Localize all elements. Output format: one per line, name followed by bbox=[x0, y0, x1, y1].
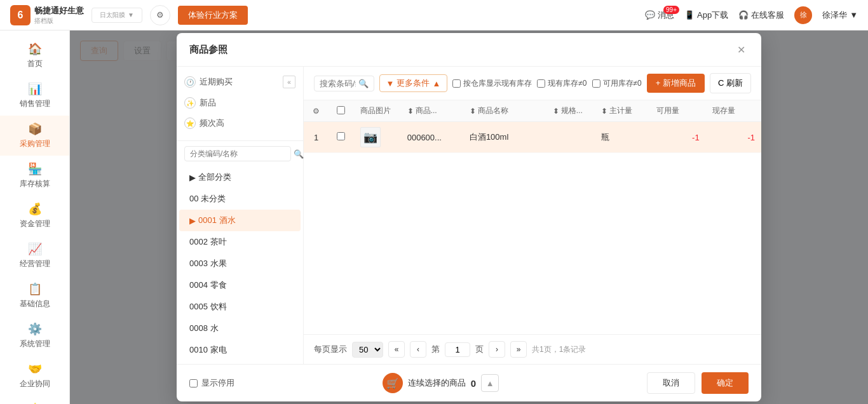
checkbox-nonzero-stock[interactable]: 现有库存≠0 bbox=[537, 78, 587, 89]
headset-icon: 🎧 bbox=[738, 10, 749, 20]
goods-search-box: 🔍 bbox=[314, 76, 374, 91]
inventory-icon: 🏪 bbox=[28, 162, 42, 176]
last-page-button[interactable]: » bbox=[510, 341, 527, 358]
cell-code: 000600... bbox=[401, 122, 463, 153]
filter-button[interactable]: ▼ 更多条件 ▲ bbox=[379, 74, 448, 92]
cell-checkbox[interactable] bbox=[329, 122, 353, 153]
modal-footer: 显示停用 🛒 连续选择的商品 0 ▲ 取消 确定 bbox=[177, 364, 761, 401]
cat-item-snack[interactable]: 0004 零食 bbox=[179, 274, 301, 296]
confirm-button[interactable]: 确定 bbox=[702, 372, 749, 394]
show-disabled-checkbox[interactable]: 显示停用 bbox=[189, 377, 234, 389]
cat-item-fruit[interactable]: 0003 水果 bbox=[179, 253, 301, 274]
left-panel: 🕐 近期购买 « ✨ 新品 ⭐ 频次高 bbox=[177, 67, 304, 364]
sidebar: 🏠 首页 📊 销售管理 📦 采购管理 🏪 库存核算 💰 资金管理 📈 经营管理 … bbox=[0, 30, 70, 404]
sales-icon: 📊 bbox=[28, 82, 42, 96]
goods-table: ⚙ 商品图片 ⬍ 商品... bbox=[304, 100, 761, 153]
quick-nav: 🕐 近期购买 « ✨ 新品 ⭐ 频次高 bbox=[177, 72, 303, 133]
cat-item-appliance[interactable]: 0010 家电 bbox=[179, 339, 301, 359]
enterprise-icon: 🤝 bbox=[28, 362, 42, 376]
th-stock[interactable]: 现存量 bbox=[706, 100, 761, 122]
sidebar-item-business[interactable]: 📈 经营管理 bbox=[0, 236, 69, 276]
right-panel: 🔍 ▼ 更多条件 ▲ 按仓库显示现有库存 bbox=[304, 67, 761, 364]
basic-icon: 📋 bbox=[28, 282, 42, 296]
cat-item-uncategorized[interactable]: 00 未分类 bbox=[179, 188, 301, 210]
cat-item-all[interactable]: ▶ 全部分类 bbox=[179, 166, 301, 188]
cat-item-drink[interactable]: 0005 饮料 bbox=[179, 296, 301, 318]
app-icon: 📱 bbox=[684, 10, 695, 20]
content-area: 查询 设置 刷新 商品参照 ✕ 🕐 bbox=[70, 30, 868, 404]
sidebar-item-guide[interactable]: 🌟 新手引导 bbox=[0, 396, 69, 404]
sidebar-item-inventory[interactable]: 🏪 库存核算 bbox=[0, 156, 69, 196]
refresh-button[interactable]: C 刷新 bbox=[710, 73, 751, 93]
th-checkbox[interactable] bbox=[329, 100, 353, 122]
add-goods-button[interactable]: + 新增商品 bbox=[647, 74, 705, 93]
sidebar-item-system[interactable]: ⚙️ 系统管理 bbox=[0, 316, 69, 356]
new-icon: ✨ bbox=[184, 97, 196, 109]
sidebar-item-sales[interactable]: 📊 销售管理 bbox=[0, 76, 69, 116]
finance-icon: 💰 bbox=[28, 202, 42, 216]
th-spec[interactable]: ⬍ 规格... bbox=[546, 100, 595, 122]
gear-button[interactable]: ⚙ bbox=[150, 5, 170, 25]
sort-code-icon: ⬍ bbox=[407, 107, 414, 116]
logo-text: 畅捷通好生意 搭档版 bbox=[34, 5, 84, 25]
disabled-checkbox-input[interactable] bbox=[189, 379, 198, 387]
home-icon: 🏠 bbox=[28, 42, 42, 56]
cart-collapse-button[interactable]: ▲ bbox=[481, 374, 499, 392]
page-total-info: 共1页，1条记录 bbox=[532, 344, 586, 355]
th-name[interactable]: ⬍ 商品名称 bbox=[463, 100, 546, 122]
quick-frequent[interactable]: ⭐ 频次高 bbox=[177, 114, 303, 133]
select-all-checkbox[interactable] bbox=[337, 106, 345, 114]
chevron-up-icon: ▲ bbox=[432, 79, 440, 88]
table-row[interactable]: 1 📷 000600... 白酒100ml 瓶 bbox=[304, 122, 761, 153]
cat-item-liquor[interactable]: ▶ 0001 酒水 bbox=[179, 210, 301, 231]
cat-item-tea[interactable]: 0002 茶叶 bbox=[179, 231, 301, 253]
first-page-button[interactable]: « bbox=[388, 341, 405, 358]
page-size-select[interactable]: 50 bbox=[352, 342, 383, 358]
cart-icon[interactable]: 🛒 bbox=[383, 373, 403, 393]
purchase-icon: 📦 bbox=[28, 122, 42, 136]
goods-reference-modal: 商品参照 ✕ 🕐 近期购买 « ✨ bbox=[177, 33, 761, 401]
th-code[interactable]: ⬍ 商品... bbox=[401, 100, 463, 122]
prev-page-button[interactable]: ‹ bbox=[410, 341, 426, 358]
modal-title: 商品参照 bbox=[189, 44, 227, 56]
logo-icon: 6 bbox=[10, 5, 31, 25]
th-unit[interactable]: ⬍ 主计量 bbox=[595, 100, 650, 122]
checkbox-nonzero-avail[interactable]: 可用库存≠0 bbox=[592, 78, 642, 89]
sort-spec-icon: ⬍ bbox=[553, 107, 559, 116]
message-icon: 💬 bbox=[645, 10, 655, 20]
nav-message[interactable]: 💬 消息 99+ bbox=[645, 10, 674, 21]
sidebar-item-purchase[interactable]: 📦 采购管理 bbox=[0, 116, 69, 156]
category-search-icon[interactable]: 🔍 bbox=[294, 149, 304, 159]
sidebar-item-home[interactable]: 🏠 首页 bbox=[0, 36, 69, 76]
star-icon: ⭐ bbox=[184, 118, 196, 129]
category-search-input[interactable] bbox=[184, 146, 291, 161]
goods-table-area: ⚙ 商品图片 ⬍ 商品... bbox=[304, 100, 761, 334]
logo-area: 6 畅捷通好生意 搭档版 bbox=[10, 5, 84, 25]
business-icon: 📈 bbox=[28, 242, 42, 256]
row-checkbox[interactable] bbox=[337, 132, 345, 140]
modal-close-button[interactable]: ✕ bbox=[733, 42, 749, 57]
pagination: 每页显示 50 « ‹ 第 页 › » 共1页，1条记录 bbox=[304, 334, 761, 364]
cancel-button[interactable]: 取消 bbox=[647, 372, 695, 394]
quick-recent-purchase[interactable]: 🕐 近期购买 « bbox=[177, 72, 303, 92]
nav-user[interactable]: 徐泽华 ▼ bbox=[822, 10, 858, 21]
goods-search-input[interactable] bbox=[320, 79, 356, 88]
th-settings[interactable]: ⚙ bbox=[304, 100, 329, 122]
nav-selector[interactable]: 日太阳膜 ▼ bbox=[92, 8, 142, 23]
th-avail[interactable]: 可用量 bbox=[650, 100, 705, 122]
cat-item-water[interactable]: 0008 水 bbox=[179, 318, 301, 339]
checkbox-warehouse-stock[interactable]: 按仓库显示现有库存 bbox=[452, 78, 532, 89]
nav-app-download[interactable]: 📱 App下载 bbox=[684, 10, 728, 21]
quick-new-goods[interactable]: ✨ 新品 bbox=[177, 93, 303, 112]
cell-spec bbox=[546, 122, 595, 153]
sidebar-item-basic[interactable]: 📋 基础信息 bbox=[0, 276, 69, 316]
try-industry-button[interactable]: 体验行业方案 bbox=[178, 6, 248, 25]
sidebar-item-finance[interactable]: 💰 资金管理 bbox=[0, 196, 69, 236]
next-page-button[interactable]: › bbox=[489, 341, 505, 358]
page-number-input[interactable] bbox=[445, 342, 470, 357]
nav-service[interactable]: 🎧 在线客服 bbox=[738, 10, 784, 21]
sidebar-item-enterprise[interactable]: 🤝 企业协同 bbox=[0, 356, 69, 396]
search-icon[interactable]: 🔍 bbox=[358, 79, 369, 88]
cat-arrow-liquor: ▶ bbox=[189, 216, 196, 226]
collapse-left-button[interactable]: « bbox=[283, 76, 295, 88]
